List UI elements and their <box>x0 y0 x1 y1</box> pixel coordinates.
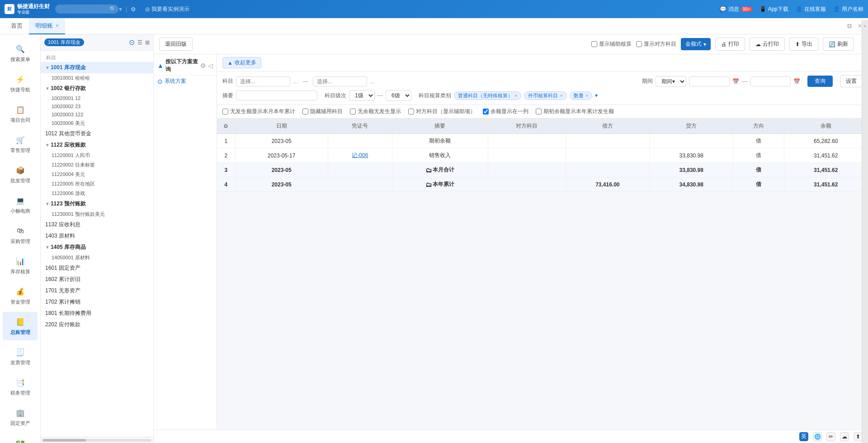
tree-item-1601[interactable]: 1601 固定资产 <box>41 262 153 274</box>
query-btn[interactable]: 查询 <box>807 76 833 87</box>
period-end-input[interactable]: 2023-05 <box>750 76 791 86</box>
tree-item-1132[interactable]: 1132 应收利息 <box>41 219 153 230</box>
sidebar-item-inventory[interactable]: 📊 库存核算 <box>3 251 38 280</box>
option-period-begin[interactable]: 期初余额显示本年累计发生额 <box>536 108 614 115</box>
sidebar-item-search[interactable]: 🔍 搜索菜单 <box>3 39 38 67</box>
option-no-occur[interactable]: 无发生额显示本月本年累计 <box>222 108 295 115</box>
sidebar-item-capital[interactable]: 💰 资金管理 <box>3 281 38 310</box>
translate-btn[interactable]: 英 <box>799 432 808 441</box>
sidebar-item-fixed[interactable]: 🏢 固定资产 <box>3 403 38 431</box>
user-avatar[interactable]: 👤 用户名称 <box>833 5 863 13</box>
tree-item-10020002[interactable]: 10020002 23 <box>41 102 153 110</box>
gear-icon[interactable]: ⚙ <box>131 6 136 13</box>
sidebar-item-wholesale[interactable]: 📦 批发管理 <box>3 160 38 189</box>
remove-tag-btn[interactable]: × <box>514 93 517 98</box>
tree-item-10010001[interactable]: 10010001 哈哈哈 <box>41 73 153 83</box>
level-to-select[interactable]: 6级 <box>386 90 411 101</box>
option-no-balance[interactable]: 无余额无发生显示 <box>350 108 401 115</box>
setting-btn[interactable]: 设置 <box>840 75 863 87</box>
tree-item-11220006[interactable]: 11220006 游戏 <box>41 189 153 198</box>
sidebar-item-contract[interactable]: 📋 项目合同 <box>3 100 38 128</box>
tree-item-1602[interactable]: 1602 累计折旧 <box>41 274 153 285</box>
show-aux-checkbox[interactable]: 显示辅助核算 <box>591 40 632 48</box>
sidebar-item-general[interactable]: 📒 总账管理 <box>3 312 38 340</box>
refresh-btn[interactable]: 🔄 刷新 <box>823 38 854 51</box>
tab-home[interactable]: 首页 <box>5 18 29 34</box>
calendar-icon-2[interactable]: 📅 <box>793 78 800 85</box>
option-opposite[interactable]: 对方科目（显示辅助项） <box>408 108 476 115</box>
sidebar-item-tax[interactable]: 📑 税务管理 <box>3 372 38 401</box>
sidebar-item-retail[interactable]: 🛒 零售管理 <box>3 130 38 158</box>
print-btn[interactable]: 🖨 打印 <box>715 38 745 51</box>
sidebar-item-salary[interactable]: 💵 工资 <box>3 433 38 443</box>
remove-tag-btn[interactable]: × <box>585 93 588 98</box>
window-restore-btn[interactable]: ⧉ <box>845 22 854 30</box>
tree-item-11220001[interactable]: 11220001 人民币 <box>41 151 153 160</box>
more-dots[interactable]: … <box>293 78 298 85</box>
settings-icon[interactable]: ⚙ <box>200 62 206 69</box>
navigate-btn[interactable]: ⊙ <box>129 38 135 47</box>
tree-item-10020003[interactable]: 10020003 122 <box>41 110 153 119</box>
export-btn[interactable]: ⬆ 导出 <box>789 38 818 51</box>
tree-item-1123[interactable]: ▼ 1123 预付账款 <box>41 198 153 210</box>
remove-tag-btn[interactable]: × <box>560 93 562 98</box>
tree-item-1405[interactable]: ▼ 1405 库存商品 <box>41 242 153 253</box>
tree-item-1122[interactable]: ▼ 1122 应收账款 <box>41 139 153 151</box>
summary-input[interactable] <box>236 91 317 100</box>
demo-link[interactable]: ◎ 我要看实例演示 <box>145 5 189 13</box>
tree-item-2202[interactable]: 2202 应付账款 <box>41 319 153 330</box>
add-tag-btn[interactable]: ▾ <box>595 92 598 99</box>
option-balance-one[interactable]: 余额显示在一列 <box>483 108 528 115</box>
top-search-input[interactable] <box>55 5 118 14</box>
option-hide-aux[interactable]: 隐藏辅用科目 <box>302 108 343 115</box>
tab-close-btn[interactable]: × <box>56 23 59 29</box>
period-type-select[interactable]: 期间▾ <box>656 76 686 87</box>
tree-item-11230001[interactable]: 11230001 预付账款美元 <box>41 210 153 219</box>
tree-item-11220005[interactable]: 11220005 所在地区 <box>41 179 153 189</box>
back-to-old-btn[interactable]: 退回旧版 <box>159 38 193 51</box>
sidebar-item-purchase[interactable]: 🛍 采购管理 <box>3 221 38 249</box>
cloud-print-btn[interactable]: ☁ 云打印 <box>750 38 785 51</box>
tree-item-10020006[interactable]: 10020006 美元 <box>41 119 153 128</box>
cell-voucher[interactable]: 记-006 <box>328 148 392 163</box>
tree-item-1002[interactable]: ▼ 1002 银行存款 <box>41 83 153 94</box>
grid-icon[interactable]: ⊞ <box>145 39 150 46</box>
dropdown-icon[interactable]: ▾ <box>119 5 122 13</box>
earth-btn[interactable]: 🌐 <box>813 432 822 441</box>
close-filter-icon[interactable]: ◁ <box>208 62 213 69</box>
tree-item-1702[interactable]: 1702 累计摊销 <box>41 296 153 308</box>
tree-item-11220002[interactable]: 11220002 往来标签 <box>41 160 153 170</box>
subject-input-2[interactable] <box>313 76 367 86</box>
level-from-select[interactable]: 1级 <box>349 90 375 101</box>
cloud-btn[interactable]: ☁ <box>840 432 849 441</box>
tree-item-1403[interactable]: 1403 原材料 <box>41 230 153 242</box>
show-contra-checkbox[interactable]: 显示对方科目 <box>636 40 676 48</box>
tree-item-14050001[interactable]: 14050001 原材料 <box>41 253 153 262</box>
filter-scheme-item[interactable]: ⊙ 系统方案 <box>154 76 217 87</box>
tree-item-1701[interactable]: 1701 无形资产 <box>41 285 153 296</box>
tree-item-10020001[interactable]: 10020001 12 <box>41 94 153 102</box>
calendar-icon[interactable]: 📅 <box>732 78 739 85</box>
edit-btn[interactable]: ✏ <box>826 432 835 441</box>
expand-icon[interactable]: ▲ <box>157 62 164 69</box>
app-download-btn[interactable]: 📱 App下载 <box>760 5 788 13</box>
right-collapse-btn[interactable]: › <box>862 34 868 443</box>
tree-item-1012[interactable]: 1012 其他货币资金 <box>41 128 153 139</box>
tree-item-11220004[interactable]: 11220004 美元 <box>41 170 153 179</box>
th-settings[interactable]: ⚙ <box>217 119 235 134</box>
online-service-btn[interactable]: 👤 在线客服 <box>796 5 826 13</box>
subject-input[interactable] <box>236 76 290 86</box>
tab-ledger[interactable]: 明细账 × <box>29 18 65 34</box>
period-start-input[interactable]: 2023-05 <box>689 76 730 86</box>
sidebar-item-shortcut[interactable]: ⚡ 快捷导航 <box>3 69 38 98</box>
sidebar-item-invoice[interactable]: 🧾 发票管理 <box>3 342 38 371</box>
voucher-link[interactable]: 记-006 <box>352 152 368 158</box>
more-dots-2[interactable]: … <box>370 78 375 85</box>
collapse-more-btn[interactable]: ▲ 收起更多 <box>222 57 261 68</box>
format-btn[interactable]: 金额式 ▾ <box>681 38 711 50</box>
tree-item-1001[interactable]: ▼ 1001 库存现金 <box>41 62 153 73</box>
sidebar-item-ecommerce[interactable]: 💻 小畅电商 <box>3 191 38 219</box>
list-icon[interactable]: ☰ <box>137 39 142 46</box>
tree-item-1801[interactable]: 1801 长期待摊费用 <box>41 308 153 319</box>
messages-btn[interactable]: 💬 消息 99+ <box>720 5 752 13</box>
